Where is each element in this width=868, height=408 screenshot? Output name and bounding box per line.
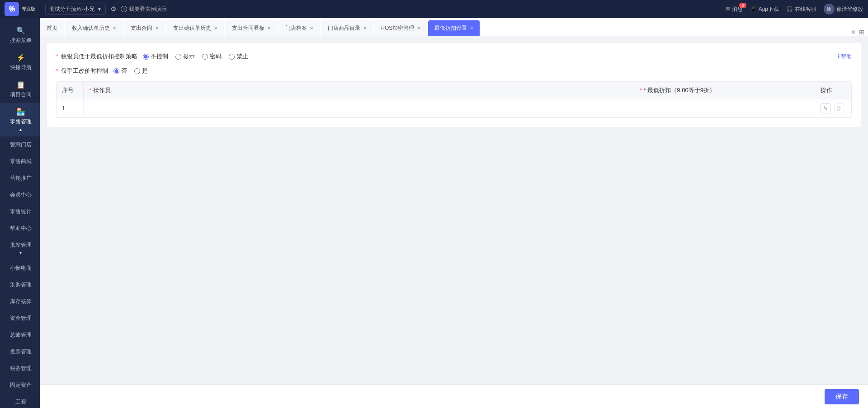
message-button[interactable]: ✉ 消息 8 (726, 5, 743, 13)
th-seq: 序号 (57, 82, 84, 99)
close-icon[interactable]: ✕ (310, 26, 313, 31)
radio-yes-label: 是 (142, 67, 148, 75)
sidebar-item-assets[interactable]: 固定资产 (0, 377, 40, 394)
discount-strategy-row: * 收银员低于最低折扣控制策略 不控制 提示 (56, 52, 852, 61)
headset-icon: 🎧 (786, 6, 793, 12)
radio-password-input[interactable] (202, 54, 208, 60)
table-header: 序号 * 操作员 * * 最低折扣（9.00等于9折） 操作 (57, 82, 851, 99)
gear-icon: ⚙ (110, 5, 116, 13)
th-operator: * 操作员 (84, 82, 634, 99)
tab-min-discount[interactable]: 最低折扣设置 ✕ (428, 20, 480, 36)
tab-income-confirm[interactable]: 收入确认单历史 ✕ (65, 20, 123, 36)
td-min-discount (634, 99, 815, 117)
sidebar-item-batch[interactable]: 批发管理 ▼ (0, 237, 40, 260)
sidebar-item-label: 营销推广 (10, 174, 32, 182)
required-star: * (56, 53, 58, 60)
manual-price-row: * 仅手工改价时控制 否 是 (56, 67, 852, 75)
close-icon[interactable]: ✕ (363, 26, 367, 31)
radio-password-label: 密码 (210, 52, 222, 61)
tab-payment-board[interactable]: 支出合同看板 ✕ (225, 20, 278, 36)
sidebar-item-smart-store[interactable]: 智慧门店 (0, 136, 40, 153)
sidebar-item-label: 项目合同 (10, 91, 32, 98)
th-operator-label: 操作员 (93, 87, 111, 94)
tab-store-product[interactable]: 门店商品目录 ✕ (321, 20, 373, 36)
sidebar-item-ledger[interactable]: 总账管理 (0, 327, 40, 343)
sidebar-item-marketing[interactable]: 营销推广 (0, 170, 40, 187)
tabbar: 首页 收入确认单历史 ✕ 支出合同 ✕ 支出确认单历史 ✕ 支出合同看板 ✕ 门… (40, 18, 868, 36)
sidebar-item-label: 工资 (15, 398, 26, 406)
close-icon[interactable]: ✕ (113, 26, 116, 31)
tab-pos-encrypt[interactable]: POS加密管理 ✕ (374, 20, 427, 36)
sidebar-item-label: 小畅电商 (10, 264, 32, 272)
sidebar-item-search[interactable]: 🔍 搜索菜单 (0, 22, 40, 49)
sidebar-item-finance[interactable]: 资金管理 (0, 310, 40, 327)
customer-service-button[interactable]: 🎧 在线客服 (786, 5, 816, 13)
username-label: 徐泽华修改 (836, 5, 863, 13)
radio-no[interactable]: 否 (113, 67, 127, 75)
close-icon[interactable]: ✕ (214, 26, 217, 31)
radio-no-input[interactable] (113, 68, 119, 74)
logo-text: 专业版 (22, 6, 35, 12)
close-icon[interactable]: ✕ (470, 26, 473, 31)
tab-store-file[interactable]: 门店档案 ✕ (278, 20, 320, 36)
th-min-discount: * * 最低折扣（9.00等于9折） (634, 82, 815, 99)
save-button[interactable]: 保存 (825, 389, 859, 404)
radio-prompt-input[interactable] (175, 54, 181, 60)
sidebar-item-label: 库存核算 (10, 298, 32, 305)
expand-tab-button[interactable]: ⊞ (859, 28, 864, 36)
sidebar-item-label: 零售统计 (10, 208, 32, 216)
sidebar-item-retail-stat[interactable]: 零售统计 (0, 203, 40, 220)
tab-payment-contract[interactable]: 支出合同 ✕ (124, 20, 165, 36)
project-name: 测试分开流程-小兄 (49, 5, 94, 13)
sidebar-item-tax[interactable]: 税务管理 (0, 360, 40, 377)
radio-password[interactable]: 密码 (202, 52, 222, 61)
radio-no-control-label: 不控制 (151, 52, 168, 61)
tab-payment-confirm[interactable]: 支出确认单历史 ✕ (166, 20, 224, 36)
close-icon[interactable]: ✕ (417, 26, 420, 31)
table-row: 1 ✎ 🗑 (57, 99, 851, 117)
bottom-bar: 保存 (40, 385, 868, 408)
discount-table: 序号 * 操作员 * * 最低折扣（9.00等于9折） 操作 (56, 81, 852, 118)
radio-yes[interactable]: 是 (134, 67, 148, 75)
user-menu-button[interactable]: 徐 徐泽华修改 (824, 4, 863, 14)
sidebar-item-salary[interactable]: 工资 (0, 394, 40, 408)
sidebar-item-shortcut[interactable]: ⚡ 快捷导航 (0, 49, 40, 76)
delete-row-button[interactable]: 🗑 (834, 103, 844, 113)
help-circle-icon: ℹ (838, 53, 840, 60)
sidebar-item-member[interactable]: 会员中心 (0, 187, 40, 203)
close-tab-button[interactable]: ✕ (851, 28, 856, 36)
radio-prompt[interactable]: 提示 (175, 52, 195, 61)
sidebar-item-invoice[interactable]: 发票管理 (0, 343, 40, 360)
settings-button[interactable]: ⚙ (110, 5, 116, 13)
demo-link[interactable]: ○ 我要看实例演示 (121, 5, 167, 13)
tab-label: 收入确认单历史 (72, 24, 110, 32)
project-selector[interactable]: 测试分开流程-小兄 ▼ (45, 4, 106, 15)
sidebar-item-label: 零售管理 (10, 118, 32, 126)
radio-yes-input[interactable] (134, 68, 140, 74)
sidebar-item-xc-ecommerce[interactable]: 小畅电商 (0, 260, 40, 277)
customer-service-label: 在线客服 (795, 5, 816, 13)
tab-label: 门店商品目录 (328, 24, 360, 32)
sidebar-item-label: 资金管理 (10, 314, 32, 322)
radio-no-control-input[interactable] (143, 54, 149, 60)
discount-strategy-label: * 收银员低于最低折扣控制策略 (56, 52, 137, 61)
sidebar-item-retail-mall[interactable]: 零售商城 (0, 153, 40, 170)
sidebar-item-contract[interactable]: 📋 项目合同 (0, 76, 40, 103)
radio-no-control[interactable]: 不控制 (143, 52, 168, 61)
edit-row-button[interactable]: ✎ (821, 103, 830, 113)
radio-prompt-label: 提示 (183, 52, 195, 61)
chevron-down-icon: ▼ (97, 7, 102, 12)
tab-home[interactable]: 首页 (40, 20, 64, 36)
radio-forbid[interactable]: 禁止 (229, 52, 248, 61)
close-icon[interactable]: ✕ (155, 26, 159, 31)
app-download-button[interactable]: 📱 App下载 (750, 5, 779, 13)
sidebar-item-purchase[interactable]: 采购管理 (0, 277, 40, 293)
manual-price-label: * 仅手工改价时控制 (56, 67, 108, 75)
sidebar-item-help[interactable]: 帮助中心 (0, 220, 40, 237)
close-icon[interactable]: ✕ (267, 26, 271, 31)
sidebar-item-inventory[interactable]: 库存核算 (0, 293, 40, 310)
sidebar-item-label: 零售商城 (10, 158, 32, 165)
radio-forbid-input[interactable] (229, 54, 235, 60)
sidebar-item-retail[interactable]: 🏪 零售管理 ▲ (0, 103, 40, 136)
help-link[interactable]: ℹ 帮助 (838, 53, 852, 61)
